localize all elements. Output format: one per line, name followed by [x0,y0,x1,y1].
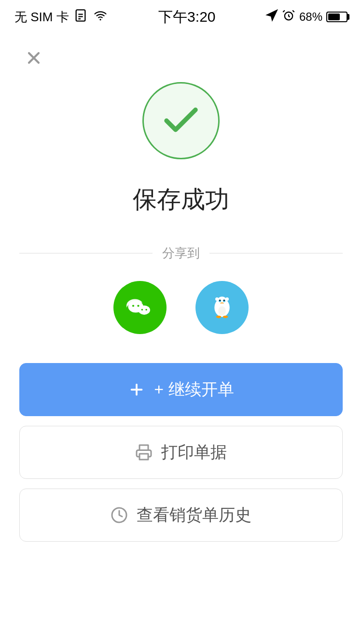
battery-percent-text: 68% [299,10,322,24]
svg-point-20 [223,300,225,301]
svg-point-9 [139,306,151,315]
share-divider-row: 分享到 [19,245,343,262]
alarm-icon [282,9,295,25]
close-button[interactable] [19,43,48,72]
svg-point-25 [223,316,228,318]
continue-order-label: + 继续开单 [154,378,234,401]
main-content: 保存成功 分享到 [0,34,362,644]
carrier-text: 无 SIM 卡 [14,9,69,26]
svg-marker-2 [267,10,277,20]
print-label: 打印单据 [161,441,227,463]
battery-container [326,12,348,22]
print-button[interactable]: 打印单据 [19,426,343,479]
svg-point-19 [219,300,221,301]
svg-point-27 [225,297,229,301]
history-icon [111,506,128,524]
status-left: 无 SIM 卡 [14,9,109,26]
sim-card-icon [74,9,87,26]
status-right: 68% [265,9,348,25]
svg-rect-30 [139,454,148,460]
share-label: 分享到 [162,245,200,262]
divider-right [209,253,343,253]
qq-share-button[interactable] [195,281,249,334]
svg-point-12 [141,309,143,311]
wechat-share-button[interactable] [113,281,167,334]
battery-fill [328,14,340,20]
wifi-icon [92,9,109,25]
status-time: 下午3:20 [158,7,215,27]
print-icon [135,444,153,461]
continue-order-button[interactable]: + 继续开单 [19,363,343,416]
status-bar: 无 SIM 卡 下午3:20 [0,0,362,34]
svg-point-26 [215,297,219,301]
svg-point-24 [216,316,222,318]
svg-point-13 [145,309,147,311]
svg-point-1 [99,19,101,20]
share-row [113,281,249,334]
svg-point-10 [132,305,134,307]
success-title: 保存成功 [133,183,229,216]
location-icon [265,9,278,25]
history-label: 查看销货单历史 [137,504,251,526]
svg-point-23 [218,306,226,315]
svg-point-11 [137,305,139,307]
divider-left [19,253,153,253]
success-circle [142,82,220,159]
plus-icon [128,381,145,398]
battery-icon [326,12,348,22]
history-button[interactable]: 查看销货单历史 [19,489,343,542]
